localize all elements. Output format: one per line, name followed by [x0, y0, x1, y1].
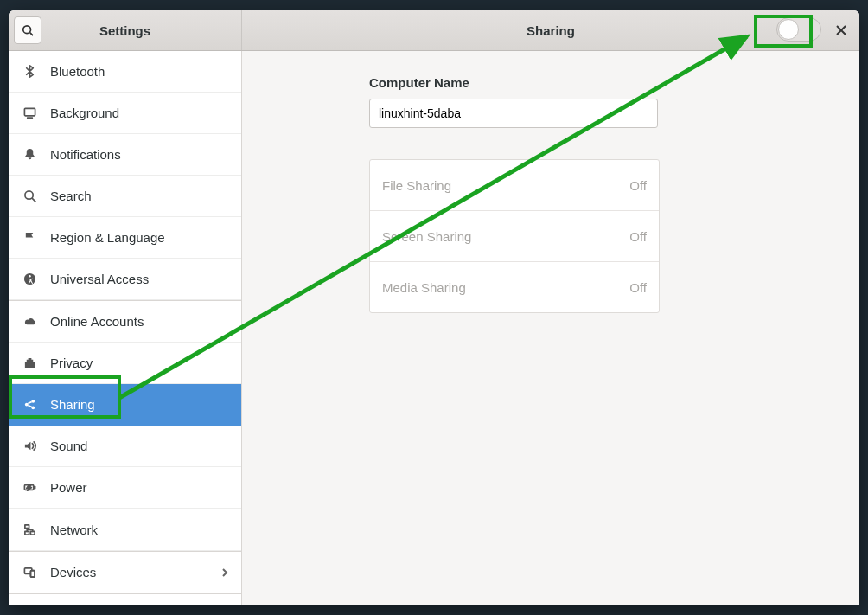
chevron-right-icon [220, 566, 229, 580]
sidebar-item-label: Devices [50, 565, 96, 580]
svg-point-0 [23, 26, 31, 34]
sidebar-item-label: Search [50, 189, 92, 203]
svg-rect-14 [34, 487, 35, 489]
sharing-row-file-sharing[interactable]: File SharingOff [370, 160, 659, 211]
svg-point-9 [29, 275, 30, 277]
sidebar-item-privacy[interactable]: Privacy [9, 343, 241, 384]
sidebar-item-bluetooth[interactable]: Bluetooth [9, 51, 241, 93]
sharing-row-status: Off [629, 229, 647, 244]
sidebar-item-online-accounts[interactable]: Online Accounts [9, 300, 241, 343]
settings-window: Settings Sharing BluetoothBackgroundNoti… [9, 10, 859, 605]
network-icon [21, 523, 38, 536]
sharing-options-list: File SharingOffScreen SharingOffMedia Sh… [369, 159, 660, 313]
sidebar-item-sound[interactable]: Sound [9, 426, 241, 467]
sidebar-item-devices[interactable]: Devices [9, 551, 241, 593]
sharing-row-label: Media Sharing [382, 280, 466, 295]
sidebar-item-label: Power [50, 480, 87, 495]
sidebar-item-label: Background [50, 106, 119, 120]
cloud-icon [21, 315, 38, 328]
search-icon [21, 189, 38, 202]
devices-icon [21, 566, 38, 579]
bluetooth-icon [21, 65, 38, 78]
computer-name-input[interactable] [369, 99, 658, 128]
sidebar-item-notifications[interactable]: Notifications [9, 134, 241, 176]
search-button[interactable] [14, 16, 41, 44]
display-icon [21, 106, 38, 119]
power-icon [21, 481, 38, 494]
sidebar-item-search[interactable]: Search [9, 176, 241, 217]
header-bar: Settings Sharing [9, 10, 859, 51]
sidebar-item-label: Bluetooth [50, 64, 105, 79]
switch-knob [778, 19, 799, 40]
share-icon [21, 398, 38, 411]
header-right: Sharing [242, 10, 859, 50]
window-body: BluetoothBackgroundNotificationsSearchRe… [9, 51, 859, 605]
sharing-row-status: Off [629, 178, 647, 193]
sidebar-item-label: Sound [50, 439, 87, 453]
svg-line-7 [32, 198, 35, 202]
speaker-icon [21, 439, 38, 452]
sidebar-item-label: Notifications [50, 147, 121, 162]
svg-point-10 [24, 403, 28, 407]
sidebar-item-label: Universal Access [50, 272, 149, 286]
svg-point-12 [31, 406, 35, 409]
sharing-row-label: File Sharing [382, 178, 451, 193]
svg-rect-4 [24, 108, 35, 115]
header-left: Settings [9, 10, 242, 50]
sidebar-item-region-language[interactable]: Region & Language [9, 217, 241, 259]
flag-icon [21, 231, 38, 244]
sidebar-item-label: Sharing [50, 397, 95, 412]
sharing-master-switch[interactable] [776, 17, 821, 42]
sharing-panel: Computer Name File SharingOffScreen Shar… [242, 51, 859, 605]
accessibility-icon [21, 272, 38, 285]
header-right-title: Sharing [242, 23, 859, 38]
sidebar-item-universal-access[interactable]: Universal Access [9, 259, 241, 300]
computer-name-label: Computer Name [369, 75, 732, 90]
svg-line-1 [30, 33, 34, 36]
sidebar-item-background[interactable]: Background [9, 93, 241, 134]
svg-point-11 [31, 400, 35, 403]
search-icon [22, 24, 34, 36]
sharing-row-media-sharing[interactable]: Media SharingOff [370, 262, 659, 312]
sidebar-item-label: Online Accounts [50, 314, 144, 329]
sidebar-item-label: Region & Language [50, 230, 165, 245]
sharing-row-label: Screen Sharing [382, 229, 471, 244]
close-icon [836, 25, 846, 35]
sidebar-item-label: Network [50, 522, 98, 537]
sidebar-item-details[interactable]: Details [9, 593, 241, 605]
close-button[interactable] [828, 17, 854, 43]
privacy-icon [21, 356, 38, 369]
sharing-row-screen-sharing[interactable]: Screen SharingOff [370, 211, 659, 262]
header-left-title: Settings [9, 23, 241, 38]
bell-icon [21, 148, 38, 161]
sidebar-item-label: Privacy [50, 356, 93, 370]
sidebar-item-sharing[interactable]: Sharing [9, 384, 241, 426]
sidebar-item-power[interactable]: Power [9, 467, 241, 509]
sharing-row-status: Off [629, 280, 647, 295]
settings-sidebar[interactable]: BluetoothBackgroundNotificationsSearchRe… [9, 51, 242, 605]
sidebar-item-network[interactable]: Network [9, 509, 241, 551]
